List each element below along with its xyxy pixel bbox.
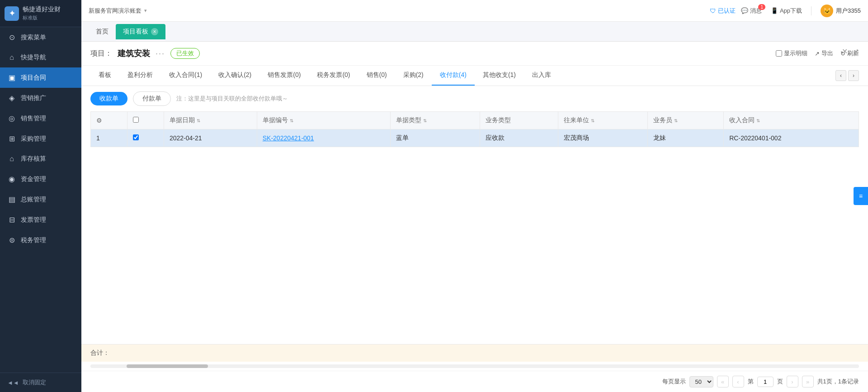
messages-badge: 1 bbox=[758, 4, 765, 10]
sidebar-logo: ✦ 畅捷通好业财 标准版 bbox=[0, 0, 81, 27]
contract-icon: ▣ bbox=[7, 73, 16, 82]
sort-icon: ⇅ bbox=[197, 118, 200, 123]
sec-tab-payment[interactable]: 付款单 bbox=[133, 91, 171, 106]
row-checkbox[interactable] bbox=[127, 129, 164, 147]
subtab-arrows: ‹ › bbox=[835, 70, 859, 81]
maximize-window-button[interactable]: ⤢ bbox=[853, 47, 859, 56]
account-selector[interactable]: 新服务官网演示账套 ▾ bbox=[89, 7, 704, 15]
subtab-board[interactable]: 看板 bbox=[90, 66, 119, 86]
sec-tab-payment-label: 付款单 bbox=[142, 95, 161, 102]
row-income-contract: RC-20220401-002 bbox=[724, 129, 859, 147]
show-detail-label: 显示明细 bbox=[784, 49, 807, 57]
more-options-icon[interactable]: ··· bbox=[156, 49, 165, 58]
sidebar-item-label: 搜索菜单 bbox=[21, 33, 46, 42]
row-number-link[interactable]: SK-20220421-001 bbox=[263, 134, 314, 142]
logo-title: 畅捷通好业财 bbox=[23, 5, 61, 14]
topbar-right: 💬 消息 1 📱 App下载 🐱 用户3355 bbox=[741, 5, 861, 17]
table-footer: 合计： bbox=[81, 344, 868, 362]
per-page-select[interactable]: 50 bbox=[689, 376, 713, 387]
first-page-button[interactable]: « bbox=[717, 376, 729, 387]
row-select-checkbox[interactable] bbox=[133, 134, 139, 140]
subtab-board-label: 看板 bbox=[99, 71, 111, 78]
app-download-button[interactable]: 📱 App下载 bbox=[771, 7, 802, 15]
subtab-profit-label: 盈利分析 bbox=[127, 71, 153, 78]
row-number[interactable]: SK-20220421-001 bbox=[257, 129, 390, 147]
table-scrollbar-area[interactable] bbox=[81, 362, 868, 371]
table-checkbox-col bbox=[127, 112, 164, 129]
subtab-prev-arrow[interactable]: ‹ bbox=[835, 70, 846, 81]
tab-home[interactable]: 首页 bbox=[89, 24, 116, 39]
subtab-inout-label: 出入库 bbox=[532, 71, 551, 78]
table-number-col[interactable]: 单据编号 ⇅ bbox=[257, 112, 390, 129]
subtab-income-contract[interactable]: 收入合同(1) bbox=[161, 66, 210, 86]
sidebar-item-label: 税务管理 bbox=[21, 236, 46, 244]
table-salesman-col[interactable]: 业务员 ⇅ bbox=[647, 112, 723, 129]
page-of-label: 页 bbox=[777, 378, 783, 386]
user-menu[interactable]: 🐱 用户3355 bbox=[821, 5, 861, 17]
table-income-contract-col[interactable]: 收入合同 ⇅ bbox=[724, 112, 859, 129]
subtab-profit[interactable]: 盈利分析 bbox=[119, 66, 161, 86]
page-label: 第 bbox=[748, 378, 754, 386]
last-page-icon: » bbox=[806, 378, 809, 385]
first-page-icon: « bbox=[721, 378, 724, 385]
sidebar-item-label: 资金管理 bbox=[21, 175, 46, 183]
show-detail-input[interactable] bbox=[776, 50, 782, 57]
sidebar-item-label: 快捷导航 bbox=[21, 53, 46, 62]
table-container[interactable]: ⚙ 单据日期 ⇅ bbox=[81, 111, 868, 344]
subtab-purchase[interactable]: 采购(2) bbox=[395, 66, 432, 86]
table-date-col[interactable]: 单据日期 ⇅ bbox=[164, 112, 257, 129]
subtab-sales[interactable]: 销售(0) bbox=[359, 66, 395, 86]
sidebar-item-finance[interactable]: ◉ 资金管理 bbox=[0, 169, 81, 189]
subtab-tax-invoice[interactable]: 税务发票(0) bbox=[309, 66, 358, 86]
sidebar-item-quicknav[interactable]: ⌂ 快捷导航 bbox=[0, 48, 81, 67]
sidebar-item-purchase[interactable]: ⊞ 采购管理 bbox=[0, 129, 81, 149]
table-settings-col[interactable]: ⚙ bbox=[91, 112, 127, 129]
sidebar-item-label: 采购管理 bbox=[21, 135, 46, 143]
unpin-icon: ◄◄ bbox=[7, 379, 19, 386]
col-income-contract-label: 收入合同 bbox=[729, 116, 755, 124]
close-window-button[interactable]: ✕ bbox=[842, 47, 848, 56]
row-index-value: 1 bbox=[96, 134, 100, 142]
sidebar-item-marketing[interactable]: ◈ 营销推广 bbox=[0, 88, 81, 108]
table-partner-col[interactable]: 往来单位 ⇅ bbox=[558, 112, 647, 129]
messages-button[interactable]: 💬 消息 1 bbox=[741, 7, 762, 15]
export-label: 导出 bbox=[821, 49, 833, 57]
show-detail-checkbox[interactable]: 显示明细 bbox=[776, 49, 807, 57]
sidebar-item-ledger[interactable]: ▤ 总账管理 bbox=[0, 189, 81, 210]
chevron-down-icon: ▾ bbox=[144, 8, 147, 14]
prev-page-button[interactable]: ‹ bbox=[732, 376, 744, 387]
tab-close-icon[interactable]: × bbox=[151, 28, 158, 35]
sidebar-item-search[interactable]: ⊙ 搜索菜单 bbox=[0, 27, 81, 48]
subtab-inout[interactable]: 出入库 bbox=[524, 66, 559, 86]
inventory-icon: ⌂ bbox=[7, 155, 16, 163]
sidebar-item-label: 销售管理 bbox=[21, 115, 46, 123]
sidebar-item-label: 库存核算 bbox=[21, 155, 46, 163]
last-page-button[interactable]: » bbox=[802, 376, 814, 387]
subtab-sales-invoice[interactable]: 销售发票(0) bbox=[259, 66, 309, 86]
tab-project-board[interactable]: 项目看板 × bbox=[116, 24, 165, 39]
user-name: 用户3355 bbox=[836, 7, 861, 15]
sidebar-item-sales[interactable]: ◎ 销售管理 bbox=[0, 108, 81, 129]
page-input[interactable] bbox=[757, 377, 774, 387]
row-date: 2022-04-21 bbox=[164, 129, 257, 147]
scrollbar-thumb[interactable] bbox=[127, 364, 208, 368]
subtab-income-confirm[interactable]: 收入确认(2) bbox=[210, 66, 259, 86]
table-row[interactable]: 1 2022-04-21 SK-20220421-001 bbox=[91, 129, 859, 147]
sec-tab-receipt[interactable]: 收款单 bbox=[90, 92, 127, 105]
next-page-button[interactable]: › bbox=[787, 376, 798, 387]
secondary-tabs: 收款单 付款单 注：这里是与项目关联的全部收付款单哦～ bbox=[81, 86, 868, 111]
table-biztype-col: 业务类型 bbox=[480, 112, 558, 129]
float-sidebar-button[interactable]: ≡ bbox=[854, 187, 868, 205]
subtab-receipt[interactable]: 收付款(4) bbox=[432, 66, 475, 86]
export-button[interactable]: ↗ 导出 bbox=[815, 49, 833, 57]
sidebar-item-contract[interactable]: ▣ 项目合同 bbox=[0, 67, 81, 88]
sidebar-item-invoice[interactable]: ⊟ 发票管理 bbox=[0, 210, 81, 230]
subtab-next-arrow[interactable]: › bbox=[848, 70, 859, 81]
sidebar-item-inventory[interactable]: ⌂ 库存核算 bbox=[0, 149, 81, 169]
sec-tab-receipt-label: 收款单 bbox=[99, 95, 118, 102]
sidebar-item-tax[interactable]: ⊜ 税务管理 bbox=[0, 230, 81, 250]
select-all-checkbox[interactable] bbox=[133, 117, 139, 123]
sidebar-unpin[interactable]: ◄◄ 取消固定 bbox=[0, 373, 81, 392]
subtab-other-income[interactable]: 其他收支(1) bbox=[475, 66, 524, 86]
table-type-col[interactable]: 单据类型 ⇅ bbox=[391, 112, 480, 129]
